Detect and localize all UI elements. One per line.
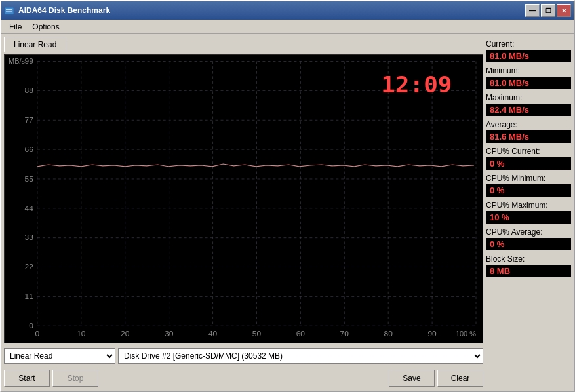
svg-text:77: 77: [25, 115, 33, 124]
content-area: Linear Read: [1, 34, 574, 391]
svg-text:66: 66: [25, 145, 33, 153]
svg-text:80: 80: [384, 330, 393, 338]
maximum-label: Maximum:: [486, 93, 571, 102]
title-bar-left: AIDA64 Disk Benchmark: [4, 5, 110, 16]
svg-text:88: 88: [25, 86, 34, 94]
svg-text:0: 0: [35, 330, 40, 338]
cpu-minimum-value: 0 %: [486, 184, 571, 197]
stat-cpu-minimum: CPU% Minimum: 0 %: [486, 174, 571, 197]
current-value: 81.0 MB/s: [486, 50, 571, 62]
cpu-current-label: CPU% Current:: [486, 147, 571, 156]
window-title: AIDA64 Disk Benchmark: [18, 6, 110, 15]
svg-rect-2: [6, 11, 12, 12]
menu-options[interactable]: Options: [27, 21, 64, 33]
menu-file[interactable]: File: [4, 21, 27, 33]
tab-linear-read[interactable]: Linear Read: [4, 37, 66, 52]
svg-text:60: 60: [296, 330, 306, 338]
block-size-label: Block Size:: [486, 254, 571, 264]
svg-text:70: 70: [340, 330, 349, 338]
title-controls: — ❐ ✕: [525, 4, 571, 17]
svg-text:12:09: 12:09: [381, 71, 452, 98]
benchmark-dropdown[interactable]: Linear Read Linear Write Random Read Ran…: [4, 348, 115, 364]
side-panel: Current: 81.0 MB/s Minimum: 81.0 MB/s Ma…: [486, 37, 571, 388]
minimize-button[interactable]: —: [525, 4, 540, 17]
svg-text:44: 44: [25, 204, 34, 212]
stat-cpu-average: CPU% Average: 0 %: [486, 227, 571, 250]
cpu-minimum-label: CPU% Minimum:: [486, 174, 571, 183]
menu-bar: File Options: [1, 20, 574, 34]
app-icon: [4, 5, 14, 16]
minimum-label: Minimum:: [486, 66, 571, 75]
drive-dropdown[interactable]: Disk Drive #2 [Generic-SD/MMC] (30532 MB…: [118, 348, 483, 364]
stat-current: Current: 81.0 MB/s: [486, 39, 571, 62]
bottom-controls: Linear Read Linear Write Random Read Ran…: [4, 346, 483, 366]
cpu-maximum-value: 10 %: [486, 211, 571, 224]
stat-cpu-current: CPU% Current: 0 %: [486, 147, 571, 170]
main-window: AIDA64 Disk Benchmark — ❐ ✕ File Options…: [0, 0, 575, 392]
svg-text:20: 20: [121, 330, 130, 338]
svg-text:50: 50: [252, 330, 262, 338]
main-panel: Linear Read: [4, 37, 483, 388]
cpu-current-value: 0 %: [486, 157, 571, 170]
svg-text:MB/s: MB/s: [9, 58, 25, 66]
svg-text:90: 90: [427, 330, 437, 338]
svg-text:55: 55: [25, 174, 34, 183]
svg-text:33: 33: [25, 233, 33, 242]
svg-text:11: 11: [25, 292, 33, 300]
svg-text:22: 22: [25, 263, 33, 271]
chart-container: 99 88 77 66 55 44 33 22 11 0 MB/s 0 10 2…: [4, 54, 483, 343]
start-button[interactable]: Start: [4, 370, 50, 387]
title-bar: AIDA64 Disk Benchmark — ❐ ✕: [1, 1, 574, 20]
svg-text:99: 99: [25, 57, 33, 66]
save-button[interactable]: Save: [389, 370, 435, 387]
stat-cpu-maximum: CPU% Maximum: 10 %: [486, 201, 571, 224]
average-value: 81.6 MB/s: [486, 130, 571, 143]
cpu-average-label: CPU% Average:: [486, 227, 571, 237]
svg-text:100 %: 100 %: [456, 330, 477, 338]
stop-button[interactable]: Stop: [52, 370, 98, 387]
chart-svg: 99 88 77 66 55 44 33 22 11 0 MB/s 0 10 2…: [5, 55, 483, 343]
maximum-value: 82.4 MB/s: [486, 104, 571, 116]
restore-button[interactable]: ❐: [541, 4, 555, 17]
cpu-maximum-label: CPU% Maximum:: [486, 201, 571, 210]
stat-maximum: Maximum: 82.4 MB/s: [486, 93, 571, 116]
average-label: Average:: [486, 120, 571, 129]
svg-text:40: 40: [208, 330, 218, 338]
close-button[interactable]: ✕: [557, 4, 571, 17]
current-label: Current:: [486, 39, 571, 49]
cpu-average-value: 0 %: [486, 238, 571, 250]
stat-minimum: Minimum: 81.0 MB/s: [486, 66, 571, 89]
block-size-value: 8 MB: [486, 265, 571, 277]
svg-text:30: 30: [165, 330, 174, 338]
minimum-value: 81.0 MB/s: [486, 77, 571, 89]
stat-average: Average: 81.6 MB/s: [486, 120, 571, 143]
button-row: Start Stop Save Clear: [4, 368, 483, 388]
svg-text:0: 0: [29, 321, 33, 330]
stat-block-size: Block Size: 8 MB: [486, 254, 571, 277]
tab-bar: Linear Read: [4, 37, 483, 52]
svg-text:10: 10: [77, 330, 86, 338]
svg-rect-3: [5, 55, 483, 343]
svg-rect-0: [5, 7, 14, 14]
clear-button[interactable]: Clear: [437, 370, 483, 387]
svg-rect-1: [6, 9, 12, 10]
